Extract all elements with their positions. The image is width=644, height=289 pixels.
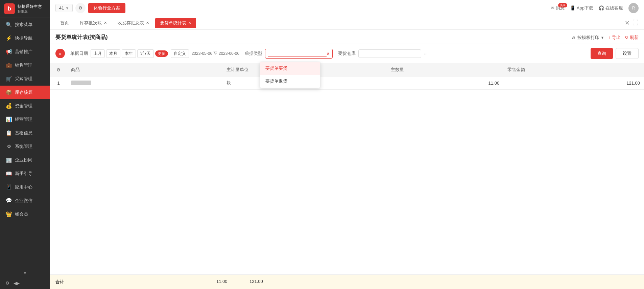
page-inner: 要货单统计表(按商品) 🖨 按模板打印 ▼ ↑ 导出 ↻ 刷新 xyxy=(50,30,644,289)
sidebar-item-sales[interactable]: 💼 销售管理 xyxy=(0,59,50,72)
sidebar-item-label: 新手引导 xyxy=(15,171,32,177)
date-btn-this-month[interactable]: 本月 xyxy=(106,49,120,58)
date-btn-last-month[interactable]: 上月 xyxy=(91,49,105,58)
tab-inventory-batch[interactable]: 库存批次账 ✕ xyxy=(75,18,112,28)
enterprise-icon: 🏢 xyxy=(5,157,12,163)
store-number: 41 xyxy=(59,5,64,10)
trial-button[interactable]: 体验行业方案 xyxy=(88,3,125,13)
refresh-btn[interactable]: ↻ 刷新 xyxy=(625,35,639,41)
app-version: 标准版 xyxy=(18,9,42,14)
tab-order-stats[interactable]: 要货单统计表 ✕ xyxy=(155,18,196,28)
main-content: 41 ▼ ⚙ 体验行业方案 ✉ 消息 99+ 📱 App下载 🎧 在线客服 xyxy=(50,0,644,289)
dropdown-item-label: 要货单要货 xyxy=(265,66,287,71)
sidebar-item-purchase[interactable]: 🛒 采购管理 xyxy=(0,72,50,86)
online-service-btn[interactable]: 🎧 在线客服 xyxy=(599,5,623,11)
sidebar-item-vip[interactable]: 👑 畅会员 xyxy=(0,207,50,221)
more-options-icon[interactable]: ··· xyxy=(424,51,428,56)
operations-icon: 📊 xyxy=(5,116,12,123)
app-download-btn[interactable]: 📱 App下载 xyxy=(570,5,593,11)
sidebar-bottom: ⚙ ◀▶ xyxy=(0,277,50,289)
data-table: ⚙ 商品 主计量单位 主数量 零 xyxy=(50,63,644,90)
logo-icon: b xyxy=(4,3,15,14)
filter-actions: 查询 设置 xyxy=(591,48,639,59)
filter-bar: » 单据日期 上月 本月 本年 近7天 更多 自定义 2023-05-06 至 … xyxy=(50,44,644,63)
tab-receive-summary-close[interactable]: ✕ xyxy=(146,21,149,25)
col-quantity: 主数量 xyxy=(387,63,503,76)
sidebar-item-label: 营销推广 xyxy=(15,49,32,55)
date-filter-group: 单据日期 上月 本月 本年 近7天 更多 自定义 2023-05-06 至 20… xyxy=(70,49,239,58)
user-avatar[interactable]: R xyxy=(628,3,639,13)
purchase-icon: 🛒 xyxy=(5,76,12,82)
sidebar-item-wechat[interactable]: 💬 企业微信 xyxy=(0,194,50,207)
topbar-right: ✉ 消息 99+ 📱 App下载 🎧 在线客服 R xyxy=(551,3,639,13)
inventory-icon: 📦 xyxy=(5,89,12,95)
print-chevron-icon: ▼ xyxy=(601,36,604,40)
type-filter-label: 单据类型 xyxy=(245,50,262,57)
warehouse-filter-input[interactable] xyxy=(358,49,421,58)
tab-receive-summary-label: 收发存汇总表 xyxy=(118,20,144,26)
sidebar-scroll-down[interactable]: ▼ xyxy=(0,269,50,277)
tab-close-all-icon[interactable]: ✕ xyxy=(625,19,630,27)
headset-icon: 🎧 xyxy=(599,5,604,10)
print-icon: 🖨 xyxy=(572,35,576,40)
tab-order-stats-label: 要货单统计表 xyxy=(160,20,186,26)
total-amount: 121.00 xyxy=(249,279,263,284)
settings-bottom-icon[interactable]: ⚙ xyxy=(5,281,9,286)
total-quantity: 11.00 xyxy=(216,279,228,284)
sidebar-item-search[interactable]: 🔍 搜索菜单 xyxy=(0,18,50,31)
sidebar-item-quick-nav[interactable]: ⚡ 快捷导航 xyxy=(0,31,50,45)
search-icon: 🔍 xyxy=(5,22,12,28)
sidebar-item-inventory[interactable]: 📦 库存核算 xyxy=(0,86,50,99)
refresh-label: 刷新 xyxy=(630,35,639,41)
dropdown-item-order-purchase[interactable]: 要货单要货 xyxy=(260,62,320,75)
sidebar-item-label: 企业协同 xyxy=(15,157,32,163)
date-btn-this-year[interactable]: 本年 xyxy=(122,49,136,58)
collapse-icon[interactable]: ◀▶ xyxy=(14,281,20,286)
dropdown-item-order-return[interactable]: 要货单退货 xyxy=(260,75,320,88)
date-custom-btn[interactable]: 自定义 xyxy=(171,49,189,58)
sidebar-item-finance[interactable]: 💰 资金管理 xyxy=(0,99,50,113)
tab-expand-icon[interactable]: ⛶ xyxy=(633,19,639,26)
tab-home-label: 首页 xyxy=(60,20,69,26)
tab-order-stats-close[interactable]: ✕ xyxy=(188,21,191,25)
sidebar-item-marketing[interactable]: 📢 营销推广 xyxy=(0,45,50,59)
marketing-icon: 📢 xyxy=(5,49,12,55)
col-amount: 零售金额 xyxy=(503,63,644,76)
export-icon: ↑ xyxy=(609,35,611,40)
basic-info-icon: 📋 xyxy=(5,130,12,136)
message-btn[interactable]: ✉ 消息 99+ xyxy=(551,5,565,11)
sidebar-item-app-center[interactable]: 📱 应用中心 xyxy=(0,180,50,194)
sidebar-item-system[interactable]: ⚙ 系统管理 xyxy=(0,140,50,153)
sales-icon: 💼 xyxy=(5,62,12,68)
type-filter-wrapper[interactable]: ∧ xyxy=(265,49,333,59)
message-badge: 99+ xyxy=(558,3,567,7)
type-chevron-icon[interactable]: ∧ xyxy=(327,51,330,56)
sidebar-item-label: 应用中心 xyxy=(15,184,32,190)
date-btn-7days[interactable]: 近7天 xyxy=(137,49,154,58)
filter-expand-btn[interactable]: » xyxy=(55,49,65,58)
query-button[interactable]: 查询 xyxy=(591,48,613,59)
table-row: 1 块 11.00 xyxy=(50,76,644,90)
col-product: 商品 xyxy=(67,63,222,76)
sidebar-item-operations[interactable]: 📊 经营管理 xyxy=(0,113,50,126)
settings-button[interactable]: 设置 xyxy=(616,48,639,59)
store-selector[interactable]: 41 ▼ xyxy=(55,4,73,12)
date-range-display: 2023-05-06 至 2023-06-06 xyxy=(192,51,239,57)
tab-home[interactable]: 首页 xyxy=(55,18,74,28)
total-label: 合计 xyxy=(55,279,64,285)
warehouse-filter-group: 要货仓库 ··· xyxy=(338,49,428,58)
sidebar-item-enterprise[interactable]: 🏢 企业协同 xyxy=(0,153,50,167)
tab-receive-summary[interactable]: 收发存汇总表 ✕ xyxy=(113,18,154,28)
export-btn[interactable]: ↑ 导出 xyxy=(609,35,621,41)
topbar-settings-btn[interactable]: ⚙ xyxy=(75,3,86,13)
app-center-icon: 📱 xyxy=(5,184,12,190)
dropdown-item-label: 要货单退货 xyxy=(265,79,287,84)
date-more-tag[interactable]: 更多 xyxy=(155,50,168,57)
print-btn[interactable]: 🖨 按模板打印 ▼ xyxy=(572,35,604,41)
table-settings-icon[interactable]: ⚙ xyxy=(56,67,61,72)
sidebar-item-guide[interactable]: 📖 新手引导 xyxy=(0,167,50,180)
type-filter-input[interactable] xyxy=(268,50,327,57)
tab-inventory-batch-close[interactable]: ✕ xyxy=(104,21,107,25)
sidebar-item-basic-info[interactable]: 📋 基础信息 xyxy=(0,126,50,140)
refresh-icon: ↻ xyxy=(625,35,628,40)
